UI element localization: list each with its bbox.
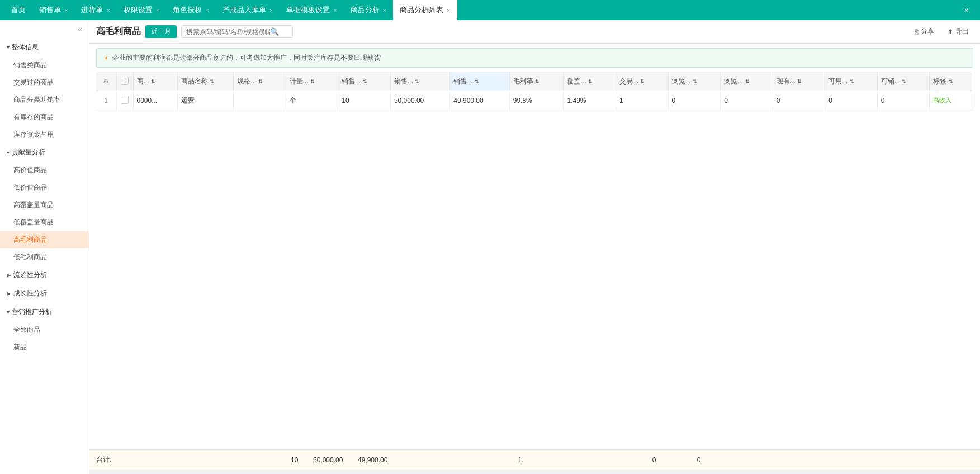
sidebar-item-low-margin[interactable]: 低毛利商品 xyxy=(0,248,89,266)
sort-icon-sales1: ⇅ xyxy=(363,79,367,85)
col-sales1[interactable]: 销售... ⇅ xyxy=(338,72,391,91)
footer-sales1: 10 xyxy=(257,456,301,464)
close-sales-tab[interactable]: × xyxy=(64,7,68,13)
nav-sales[interactable]: 销售单 × xyxy=(32,0,74,20)
nav-home[interactable]: 首页 xyxy=(4,0,32,20)
sidebar-item-stock-capital[interactable]: 库存资金占用 xyxy=(0,126,89,143)
nav-purchase[interactable]: 进货单 × xyxy=(74,0,116,20)
col-tag[interactable]: 标签 ⇅ xyxy=(930,72,973,91)
nav-role[interactable]: 角色授权 × xyxy=(166,0,215,20)
col-code[interactable]: 商... ⇅ xyxy=(133,72,178,91)
close-product-inbound-tab[interactable]: × xyxy=(269,7,273,13)
select-all-checkbox[interactable] xyxy=(121,77,129,85)
col-sales2[interactable]: 销售... ⇅ xyxy=(390,72,449,91)
cell-sales3: 49,900.00 xyxy=(450,91,509,110)
col-sales3[interactable]: 销售... ⇅ xyxy=(450,72,509,91)
hint-icon: ✦ xyxy=(103,54,109,62)
sort-icon-browse2: ⇅ xyxy=(745,79,750,85)
settings-icon[interactable]: ⚙ xyxy=(103,78,109,86)
search-icon[interactable]: 🔍 xyxy=(270,27,279,36)
sidebar-item-high-margin[interactable]: 高毛利商品 xyxy=(0,231,89,248)
col-settings[interactable]: ⚙ xyxy=(96,72,116,91)
close-template-tab[interactable]: × xyxy=(333,7,337,13)
nav-product-inbound[interactable]: 产成品入库单 × xyxy=(216,0,280,20)
col-browse1[interactable]: 浏览... ⇅ xyxy=(668,72,721,91)
main-layout: « ▾ 整体信息 销售类商品 交易过的商品 商品分类助销率 有库存的商品 库存资… xyxy=(0,20,980,474)
col-browse2[interactable]: 浏览... ⇅ xyxy=(721,72,773,91)
col-current[interactable]: 现有... ⇅ xyxy=(773,72,825,91)
cell-available: 0 xyxy=(825,91,878,110)
col-spec[interactable]: 规格... ⇅ xyxy=(234,72,286,91)
sort-icon-trade: ⇅ xyxy=(640,79,645,85)
tag-label: 高收入 xyxy=(933,97,951,104)
sidebar-item-low-coverage[interactable]: 低覆盖量商品 xyxy=(0,214,89,231)
col-available[interactable]: 可用... ⇅ xyxy=(825,72,878,91)
col-name[interactable]: 商品名称 ⇅ xyxy=(178,72,234,91)
expand-arrow-marketing: ▾ xyxy=(7,309,10,315)
cell-sellable: 0 xyxy=(877,91,930,110)
browse1-link[interactable]: 0 xyxy=(672,97,676,105)
col-gross-rate[interactable]: 毛利率 ⇅ xyxy=(509,72,564,91)
nav-permission[interactable]: 权限设置 × xyxy=(117,0,166,20)
window-close-button[interactable]: × xyxy=(958,6,976,15)
nav-product-analysis-list[interactable]: 商品分析列表 × xyxy=(393,0,457,20)
close-product-analysis-list-tab[interactable]: × xyxy=(447,7,450,13)
sort-icon-browse1: ⇅ xyxy=(693,79,697,85)
sort-icon-spec: ⇅ xyxy=(258,79,263,85)
close-permission-tab[interactable]: × xyxy=(156,7,159,13)
sort-icon-sales2: ⇅ xyxy=(415,79,419,85)
sidebar-group-contribution[interactable]: ▾ 贡献量分析 xyxy=(0,143,89,162)
close-purchase-tab[interactable]: × xyxy=(106,7,110,13)
col-unit[interactable]: 计量... ⇅ xyxy=(286,72,338,91)
sidebar-item-high-coverage[interactable]: 高覆盖量商品 xyxy=(0,196,89,214)
search-input[interactable] xyxy=(186,28,270,36)
col-trade[interactable]: 交易... ⇅ xyxy=(616,72,669,91)
col-sellable[interactable]: 可销... ⇅ xyxy=(877,72,930,91)
sidebar-item-sales-goods[interactable]: 销售类商品 xyxy=(0,57,89,74)
cell-spec xyxy=(234,91,286,110)
cell-index: 1 xyxy=(96,91,116,110)
cell-checkbox[interactable] xyxy=(116,91,133,110)
sidebar-item-traded-goods[interactable]: 交易过的商品 xyxy=(0,74,89,91)
cell-current: 0 xyxy=(773,91,825,110)
table-container[interactable]: ⚙ 商... ⇅ 商品名称 xyxy=(89,72,980,449)
top-navigation: 首页 销售单 × 进货单 × 权限设置 × 角色授权 × 产成品入库单 × 单据… xyxy=(0,0,980,20)
sidebar-group-marketing[interactable]: ▾ 营销推广分析 xyxy=(0,303,89,321)
sidebar-item-in-stock-goods[interactable]: 有库存的商品 xyxy=(0,109,89,126)
cell-unit: 个 xyxy=(286,91,338,110)
export-button[interactable]: ⬆ 导出 xyxy=(943,25,973,39)
row-checkbox[interactable] xyxy=(121,96,129,104)
sidebar-collapse-button[interactable]: « xyxy=(75,24,84,35)
sidebar-item-category-sales-rate[interactable]: 商品分类助销率 xyxy=(0,91,89,109)
sort-icon-code: ⇅ xyxy=(151,79,155,85)
time-filter-button[interactable]: 近一月 xyxy=(145,25,177,38)
sidebar-item-all-goods[interactable]: 全部商品 xyxy=(0,321,89,339)
cell-browse1[interactable]: 0 xyxy=(668,91,721,110)
footer-sales2: 50,000.00 xyxy=(301,456,346,464)
cell-sales2: 50,000.00 xyxy=(390,91,449,110)
footer-label: 合计: xyxy=(96,455,111,464)
sort-icon-sellable: ⇅ xyxy=(902,79,906,85)
nav-product-analysis[interactable]: 商品分析 × xyxy=(344,0,393,20)
col-checkbox[interactable] xyxy=(116,72,133,91)
footer-available: 0 xyxy=(659,456,704,464)
share-button[interactable]: ⎘ 分享 xyxy=(910,25,939,39)
page-title: 高毛利商品 xyxy=(96,26,141,37)
sidebar-group-overall[interactable]: ▾ 整体信息 xyxy=(0,38,89,57)
table-header-row: ⚙ 商... ⇅ 商品名称 xyxy=(96,72,973,91)
col-coverage[interactable]: 覆盖... ⇅ xyxy=(564,72,616,91)
sidebar-item-low-value[interactable]: 低价值商品 xyxy=(0,179,89,196)
sidebar-item-high-value[interactable]: 高价值商品 xyxy=(0,162,89,179)
close-role-tab[interactable]: × xyxy=(205,7,209,13)
horizontal-scrollbar[interactable] xyxy=(89,470,980,474)
sidebar-item-new-goods[interactable]: 新品 xyxy=(0,339,89,356)
close-product-analysis-tab[interactable]: × xyxy=(383,7,386,13)
table-footer: 合计: 10 50,000.00 49,900.00 1 0 0 xyxy=(89,449,980,470)
info-banner: ✦ 企业的主要的利润都是这部分商品创造的，可考虑加大推广，同时关注库存是不要出现… xyxy=(96,48,973,68)
footer-trade: 1 xyxy=(480,456,525,464)
nav-template[interactable]: 单据模板设置 × xyxy=(280,0,343,20)
search-box[interactable]: 🔍 xyxy=(181,25,293,38)
sidebar-group-trend[interactable]: ▶ 流趋性分析 xyxy=(0,266,89,284)
sort-icon-sales3: ⇅ xyxy=(475,79,479,85)
sidebar-group-growth[interactable]: ▶ 成长性分析 xyxy=(0,284,89,303)
